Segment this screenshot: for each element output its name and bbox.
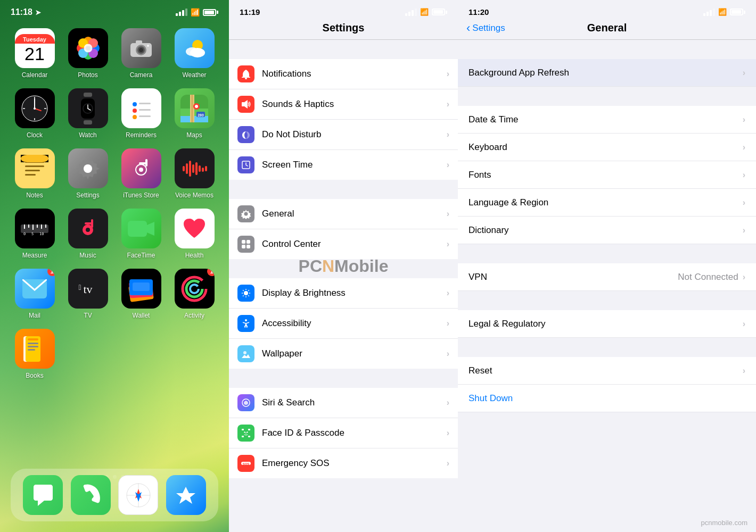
settings-row-general[interactable]: General › [229,199,458,229]
app-facetime[interactable]: FaceTime [117,209,165,259]
settings-row-emergencysos[interactable]: SOS Emergency SOS › [229,448,458,478]
messages-icon [23,475,63,515]
general-row-language[interactable]: Language & Region › [458,189,756,217]
svg-rect-13 [136,40,142,44]
app-watch[interactable]: Watch [64,88,112,139]
svg-point-17 [190,48,205,57]
svg-point-22 [34,107,36,110]
clock-icon [15,88,55,128]
wallpaper-chevron: › [447,349,449,359]
general-row-shutdown[interactable]: Shut Down [458,385,756,412]
settings-row-siri[interactable]: Siri & Search › [229,388,458,418]
app-health[interactable]: Health [170,209,218,259]
svg-rect-40 [139,109,151,111]
svg-rect-39 [139,103,151,104]
shutdown-label: Shut Down [469,393,513,404]
app-maps[interactable]: 280 Maps [170,88,218,139]
settings-row-wallpaper[interactable]: Wallpaper › [229,339,458,369]
app-wallet[interactable]: Wallet [117,269,165,319]
svg-point-12 [139,48,143,52]
legal-label: Legal & Regulatory [469,319,743,329]
app-voicememos[interactable]: Voice Memos [170,148,218,199]
accessibility-icon [237,315,254,332]
general-row-backgroundapprefresh[interactable]: Background App Refresh › [458,59,756,87]
settings-row-controlcenter[interactable]: Control Center › [229,229,458,259]
app-clock[interactable]: Clock [11,88,59,139]
app-books[interactable]: Books [11,329,59,379]
siri-chevron: › [447,398,449,408]
svg-rect-68 [192,164,194,173]
dock-messages[interactable] [23,475,63,515]
vpn-label: VPN [469,272,678,282]
svg-rect-66 [186,163,188,174]
app-settings[interactable]: Settings [64,148,112,199]
svg-rect-77 [37,225,38,228]
app-activity[interactable]: 1 Activity [170,269,218,319]
app-reminders[interactable]: Reminders [117,88,165,139]
facetime-icon [121,209,161,248]
app-appletv[interactable]: tv  TV [64,269,112,319]
mail-badge: 1 [47,269,55,276]
status-bar-screen2: 11:19 📶 [229,0,458,20]
dock-appstore[interactable] [166,475,206,515]
status-icons-screen2: 📶 [405,8,447,16]
general-row-legal[interactable]: Legal & Regulatory › [458,310,756,338]
measure-label: Measure [22,252,47,259]
app-weather[interactable]: Weather [170,28,218,79]
svg-rect-58 [21,155,48,162]
svg-rect-116 [242,240,245,244]
app-itunes[interactable]: iTunes Store [117,148,165,199]
general-row-vpn[interactable]: VPN Not Connected › [458,263,756,291]
status-icons-screen1: 📶 [176,8,218,16]
app-measure[interactable]: 0 5 10 Measure [11,209,59,259]
settings-row-accessibility[interactable]: Accessibility › [229,309,458,339]
svg-rect-75 [28,225,29,228]
app-camera[interactable]: Camera [117,28,165,79]
svg-point-141 [246,431,248,433]
settings-row-display[interactable]: Display & Brightness › [229,278,458,309]
app-calendar[interactable]: Tuesday 21 Calendar [11,28,59,79]
wifi-icon-s3: 📶 [718,8,727,16]
svg-text:SOS: SOS [243,462,250,466]
svg-rect-95 [133,282,150,291]
general-row-keyboard[interactable]: Keyboard › [458,134,756,161]
mail-label: Mail [29,312,40,319]
dock-safari[interactable] [118,475,158,515]
dictionary-chevron: › [743,226,745,235]
general-label: General [262,209,447,219]
general-nav: ‹ Settings General [458,20,756,40]
settings-row-sounds[interactable]: Sounds & Haptics › [229,89,458,120]
settings-row-notifications[interactable]: Notifications › [229,59,458,89]
vpn-value: Not Connected [678,272,738,282]
svg-rect-87 [128,221,147,237]
general-row-fonts[interactable]: Fonts › [458,161,756,189]
settings-row-screentime[interactable]: Screen Time › [229,150,458,180]
siri-icon [237,394,254,411]
facetime-label: FaceTime [127,252,155,259]
general-row-dictionary[interactable]: Dictionary › [458,217,756,244]
signal-icon-s2 [405,9,417,16]
svg-rect-118 [242,245,245,248]
app-mail[interactable]: 1 Mail [11,269,59,319]
svg-rect-54 [25,170,40,171]
settings-screen: 11:19 📶 Settings [229,0,458,532]
wallpaper-icon [237,345,254,362]
appletv-label: TV [84,312,92,319]
maps-icon: 280 [175,88,215,128]
app-grid: Tuesday 21 Calendar Photos [0,20,229,387]
settings-section-4: Siri & Search › Face ID & [229,369,458,478]
dock-phone[interactable] [71,475,111,515]
app-music[interactable]: Music [64,209,112,259]
battery-icon [203,9,218,16]
app-notes[interactable]: Notes [11,148,59,199]
svg-point-97 [186,281,202,297]
general-row-reset[interactable]: Reset › [458,357,756,385]
settings-row-faceid[interactable]: Face ID & Passcode › [229,418,458,448]
back-button[interactable]: ‹ Settings [466,22,520,34]
settings-row-donotdisturb[interactable]: Do Not Disturb › [229,120,458,150]
wallet-icon [121,269,161,309]
app-photos[interactable]: Photos [64,28,112,79]
svg-point-38 [133,115,137,119]
general-row-datetime[interactable]: Date & Time › [458,106,756,134]
svg-rect-69 [195,162,198,175]
